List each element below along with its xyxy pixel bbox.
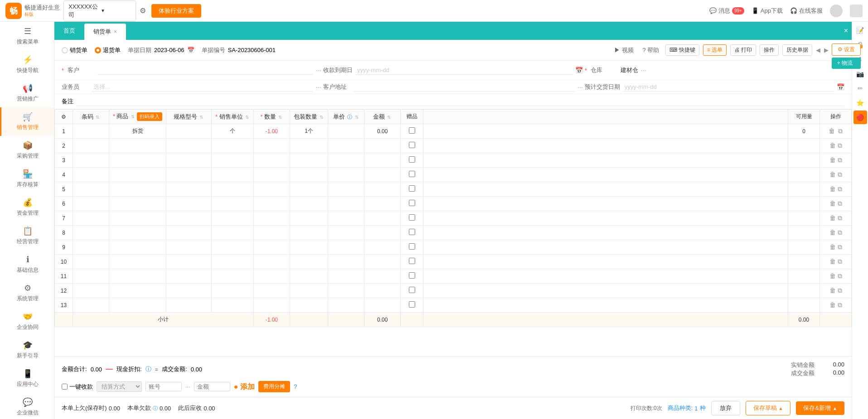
price-sort-icon[interactable]: ⇅ xyxy=(355,115,359,120)
account-input[interactable] xyxy=(145,382,182,391)
right-panel-star[interactable]: ⭐ xyxy=(853,96,867,110)
row-delete-button[interactable]: 🗑 xyxy=(829,184,837,193)
barcode-sort-icon[interactable]: ⇅ xyxy=(96,115,99,120)
sidebar-item-sales[interactable]: 🛒 销售管理 xyxy=(0,107,54,136)
row1-copy-button[interactable]: ⧉ xyxy=(837,126,844,136)
save-new-button[interactable]: 保存&新增 ▲ xyxy=(796,401,844,415)
tab-sales-order[interactable]: 销货单 × xyxy=(84,24,126,40)
amount-sort-icon[interactable]: ⇅ xyxy=(387,115,391,120)
scan-button[interactable]: 扫码录入 xyxy=(137,112,162,121)
debit-info-icon[interactable]: ⓘ xyxy=(153,405,158,412)
add-payment-button[interactable]: ● 添加 xyxy=(234,382,255,392)
receipt-date-input[interactable] xyxy=(355,66,572,75)
company-selector[interactable]: XXXXXX公司 ▼ xyxy=(63,0,136,21)
fee-split-button[interactable]: 费用分摊 xyxy=(258,381,290,392)
sidebar-item-appstore[interactable]: 📱 应用中心 xyxy=(0,364,54,393)
payment-amount-input[interactable] xyxy=(194,382,230,391)
settings-button[interactable]: ⚙ 设置 xyxy=(832,43,852,56)
row-delete-button[interactable]: 🗑 xyxy=(829,257,837,266)
sidebar-item-guide[interactable]: 🎓 新手引导 xyxy=(0,336,54,364)
row-delete-button[interactable]: 🗑 xyxy=(829,199,837,208)
action-select[interactable]: ≡ 选单 xyxy=(703,44,727,56)
customer-addr-input[interactable] xyxy=(353,82,575,92)
customer-more-icon[interactable]: ··· xyxy=(316,67,321,74)
row-delete-button[interactable]: 🗑 xyxy=(829,300,837,309)
row1-barcode[interactable] xyxy=(73,124,109,139)
row1-qty[interactable]: -1.00 xyxy=(253,124,290,139)
save-draft-dropdown-icon[interactable]: ▲ xyxy=(779,406,783,411)
user-menu-button[interactable] xyxy=(850,5,863,17)
row1-price[interactable] xyxy=(328,124,364,139)
discard-button[interactable]: 放弃 xyxy=(711,401,740,415)
row-copy-button[interactable]: ⧉ xyxy=(837,184,843,194)
sidebar-item-search[interactable]: ☰ 搜索菜单 xyxy=(0,22,54,50)
receipt-calendar-icon[interactable]: 📅 xyxy=(575,67,583,74)
pkg-sort-icon[interactable]: ⇅ xyxy=(320,115,323,120)
sidebar-item-operations[interactable]: 📋 经营管理 xyxy=(0,222,54,250)
row-copy-button[interactable]: ⧉ xyxy=(837,199,843,208)
sidebar-item-wechat[interactable]: 💬 企业微信 xyxy=(0,393,54,419)
row1-spec[interactable] xyxy=(166,124,212,139)
row-copy-button[interactable]: ⧉ xyxy=(837,257,843,266)
sidebar-item-inventory[interactable]: 🏪 库存核算 xyxy=(0,164,54,193)
row-copy-button[interactable]: ⧉ xyxy=(837,141,843,150)
action-print[interactable]: 🖨 打印 xyxy=(730,44,756,56)
th-settings[interactable]: ⚙ xyxy=(55,110,73,124)
sidebar-item-purchase[interactable]: 📦 采购管理 xyxy=(0,136,54,164)
warehouse-more-icon[interactable]: ··· xyxy=(641,67,646,74)
action-operate[interactable]: 操作 xyxy=(760,44,779,56)
avatar[interactable] xyxy=(830,5,843,17)
note-input[interactable] xyxy=(76,97,844,106)
right-panel-note[interactable]: 📝 xyxy=(853,24,867,37)
addr-more-icon[interactable]: ··· xyxy=(577,83,583,91)
row-copy-button[interactable]: ⧉ xyxy=(837,271,843,281)
row-copy-button[interactable]: ⧉ xyxy=(837,213,843,223)
row-copy-button[interactable]: ⧉ xyxy=(837,170,843,179)
save-new-dropdown-icon[interactable]: ▲ xyxy=(833,406,837,411)
save-draft-button[interactable]: 保存草稿 ▲ xyxy=(746,401,791,415)
industry-plan-button[interactable]: 体验行业方案 xyxy=(151,4,201,18)
row-delete-button[interactable]: 🗑 xyxy=(829,141,837,150)
sidebar-item-marketing[interactable]: 📢 营销推广 xyxy=(0,79,54,107)
fee-info-icon[interactable]: ? xyxy=(294,383,297,390)
tab-home[interactable]: 首页 xyxy=(54,22,84,40)
row-delete-button[interactable]: 🗑 xyxy=(829,286,837,295)
right-panel-edit[interactable]: ✏ xyxy=(853,82,867,95)
calendar-icon[interactable]: 📅 xyxy=(187,47,194,53)
row-delete-button[interactable]: 🗑 xyxy=(829,170,837,179)
action-shortcut[interactable]: ⌨ 快捷键 xyxy=(665,44,699,56)
row-delete-button[interactable]: 🗑 xyxy=(829,228,837,237)
expected-calendar-icon[interactable]: 📅 xyxy=(837,83,844,91)
online-service-button[interactable]: 🎧 在线客服 xyxy=(790,7,823,15)
one-click-checkbox-input[interactable] xyxy=(62,384,68,390)
row-delete-button[interactable]: 🗑 xyxy=(829,271,837,280)
radio-return-order[interactable]: 退货单 xyxy=(95,46,121,54)
row-copy-button[interactable]: ⧉ xyxy=(837,228,843,237)
row-copy-button[interactable]: ⧉ xyxy=(837,155,843,165)
expected-date-input[interactable] xyxy=(623,82,834,92)
qty-sort-icon[interactable]: ⇅ xyxy=(278,115,282,120)
row-delete-button[interactable]: 🗑 xyxy=(829,155,837,164)
salesperson-input[interactable] xyxy=(92,82,313,92)
row-delete-button[interactable]: 🗑 xyxy=(829,242,837,251)
action-history[interactable]: 历史单据 xyxy=(782,44,812,56)
one-click-payment-checkbox[interactable]: 一键收款 xyxy=(62,383,93,391)
sidebar-item-system[interactable]: ⚙ 系统管理 xyxy=(0,279,54,307)
product-sort-icon[interactable]: ⇅ xyxy=(131,114,135,119)
sidebar-item-finance[interactable]: 💰 资金管理 xyxy=(0,193,54,222)
close-window-button[interactable]: × xyxy=(844,27,848,35)
row-copy-button[interactable]: ⧉ xyxy=(837,286,843,295)
app-download-button[interactable]: 📱 App下载 xyxy=(752,7,783,15)
row1-gift[interactable] xyxy=(401,124,423,139)
message-button[interactable]: 💬 消息 99+ xyxy=(709,7,744,15)
row-copy-button[interactable]: ⧉ xyxy=(837,300,843,310)
action-video[interactable]: ▶ 视频 xyxy=(611,45,636,55)
logistics-button[interactable]: + 物流 xyxy=(832,58,852,69)
account-more-icon[interactable]: ··· xyxy=(185,383,190,390)
row-copy-button[interactable]: ⧉ xyxy=(837,242,843,252)
nav-next-icon[interactable]: ▶ xyxy=(824,47,829,53)
payment-method-select[interactable]: 结算方式 xyxy=(97,381,142,392)
row-delete-button[interactable]: 🗑 xyxy=(829,213,837,222)
unit-sort-icon[interactable]: ⇅ xyxy=(245,115,249,120)
settings-gear-button[interactable]: ⚙ xyxy=(138,5,148,17)
